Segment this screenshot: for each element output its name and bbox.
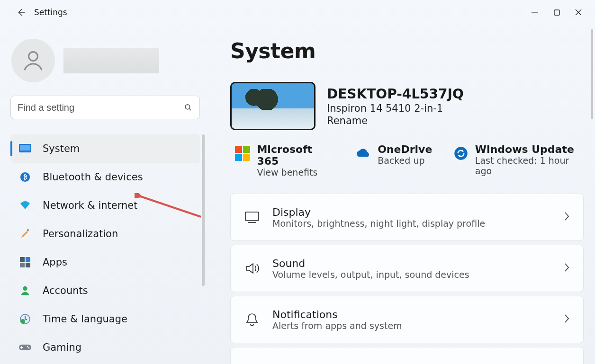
svg-point-3: [185, 105, 190, 109]
setting-sub: Alerts from apps and system: [272, 320, 551, 331]
setting-notifications[interactable]: Notifications Alerts from apps and syste…: [230, 296, 584, 343]
device-summary: DESKTOP-4L537JQ Inspiron 14 5410 2-in-1 …: [230, 82, 584, 130]
paintbrush-icon: [19, 228, 31, 240]
person-icon: [20, 48, 46, 73]
device-model: Inspiron 14 5410 2-in-1: [327, 103, 464, 114]
sidebar-item-label: Network & internet: [43, 200, 137, 211]
sidebar-item-label: Accounts: [43, 285, 88, 296]
sound-icon: [244, 260, 260, 276]
svg-rect-8: [20, 257, 25, 262]
svg-rect-1: [554, 10, 559, 15]
search-box[interactable]: [10, 96, 200, 119]
chevron-right-icon: [563, 211, 570, 223]
setting-display[interactable]: Display Monitors, brightness, night ligh…: [230, 194, 584, 241]
chevron-right-icon: [563, 313, 570, 326]
page-title: System: [230, 39, 584, 63]
wifi-icon: [19, 199, 31, 212]
chevron-right-icon: [563, 262, 570, 275]
sidebar-item-system[interactable]: System: [10, 134, 200, 163]
sidebar: System Bluetooth & devices Network & int…: [0, 25, 208, 364]
accounts-icon: [19, 284, 31, 297]
sidebar-item-accounts[interactable]: Accounts: [10, 276, 200, 305]
minimize-button[interactable]: [524, 5, 546, 20]
maximize-icon: [554, 9, 560, 16]
svg-point-17: [28, 347, 30, 349]
app-body: System Bluetooth & devices Network & int…: [0, 25, 595, 364]
search-input[interactable]: [18, 102, 183, 113]
main-content: System DESKTOP-4L537JQ Inspiron 14 5410 …: [208, 25, 595, 364]
setting-title: Notifications: [272, 309, 551, 320]
svg-rect-19: [245, 212, 259, 221]
sidebar-item-label: Time & language: [43, 313, 127, 325]
setting-title: Sound: [272, 257, 551, 269]
bluetooth-icon: [19, 171, 31, 183]
sidebar-item-label: Bluetooth & devices: [43, 171, 143, 183]
sidebar-item-bluetooth[interactable]: Bluetooth & devices: [10, 163, 200, 191]
bell-icon: [244, 311, 260, 328]
back-arrow-icon: [16, 7, 26, 18]
microsoft-logo-icon: [235, 145, 250, 161]
svg-point-18: [454, 147, 468, 160]
svg-rect-7: [27, 229, 29, 231]
setting-title: Display: [272, 206, 551, 218]
svg-rect-0: [532, 12, 538, 13]
svg-point-2: [29, 52, 38, 61]
svg-point-6: [20, 172, 30, 182]
svg-rect-9: [26, 257, 30, 262]
minimize-icon: [532, 9, 538, 16]
status-title: OneDrive: [378, 143, 432, 155]
status-sub: Backed up: [378, 155, 432, 166]
sidebar-item-label: Gaming: [43, 342, 81, 353]
nav: System Bluetooth & devices Network & int…: [10, 134, 200, 362]
apps-icon: [19, 256, 31, 268]
close-icon: [575, 9, 582, 16]
svg-rect-10: [20, 263, 25, 267]
status-title: Windows Update: [475, 143, 584, 155]
svg-rect-5: [20, 145, 30, 151]
status-row: Microsoft 365 View benefits OneDrive Bac…: [230, 143, 584, 178]
back-button[interactable]: [11, 3, 30, 22]
settings-list: Display Monitors, brightness, night ligh…: [230, 194, 584, 364]
device-name: DESKTOP-4L537JQ: [327, 86, 464, 102]
setting-sub: Volume levels, output, input, sound devi…: [272, 269, 551, 280]
status-onedrive[interactable]: OneDrive Backed up: [355, 143, 432, 166]
sidebar-item-network[interactable]: Network & internet: [10, 191, 200, 220]
status-microsoft365[interactable]: Microsoft 365 View benefits: [235, 143, 334, 178]
status-windows-update[interactable]: Windows Update Last checked: 1 hour ago: [453, 143, 584, 176]
rename-link[interactable]: Rename: [327, 115, 464, 126]
app-title: Settings: [34, 8, 67, 17]
close-button[interactable]: [568, 5, 589, 20]
avatar: [11, 39, 55, 82]
page-scrollbar[interactable]: [591, 29, 593, 119]
sidebar-item-label: Personalization: [43, 228, 118, 240]
profile-name-placeholder: [63, 48, 159, 73]
device-info: DESKTOP-4L537JQ Inspiron 14 5410 2-in-1 …: [327, 86, 464, 126]
sidebar-item-time[interactable]: Time & language: [10, 305, 200, 333]
wallpaper-thumbnail[interactable]: [230, 82, 316, 130]
setting-sub: Monitors, brightness, night light, displ…: [272, 218, 551, 229]
search-icon: [183, 103, 193, 112]
gamepad-icon: [19, 341, 31, 354]
sidebar-scrollbar[interactable]: [202, 134, 205, 286]
system-icon: [19, 142, 31, 155]
svg-point-16: [27, 346, 28, 347]
status-sub: View benefits: [257, 167, 334, 178]
svg-point-14: [20, 319, 25, 324]
sidebar-item-personalization[interactable]: Personalization: [10, 220, 200, 248]
svg-point-12: [23, 286, 27, 291]
status-title: Microsoft 365: [257, 143, 334, 167]
sidebar-item-apps[interactable]: Apps: [10, 248, 200, 276]
clock-globe-icon: [19, 313, 31, 325]
settings-window: Settings: [0, 0, 595, 364]
title-bar: Settings: [0, 0, 595, 25]
setting-sound[interactable]: Sound Volume levels, output, input, soun…: [230, 245, 584, 292]
profile-block[interactable]: [11, 39, 208, 82]
sidebar-item-label: System: [43, 143, 80, 154]
setting-next-partial[interactable]: [230, 347, 584, 364]
display-icon: [244, 209, 260, 225]
onedrive-icon: [355, 145, 371, 161]
svg-rect-11: [26, 263, 30, 267]
maximize-button[interactable]: [546, 5, 568, 20]
update-sync-icon: [453, 145, 469, 161]
sidebar-item-gaming[interactable]: Gaming: [10, 333, 200, 362]
